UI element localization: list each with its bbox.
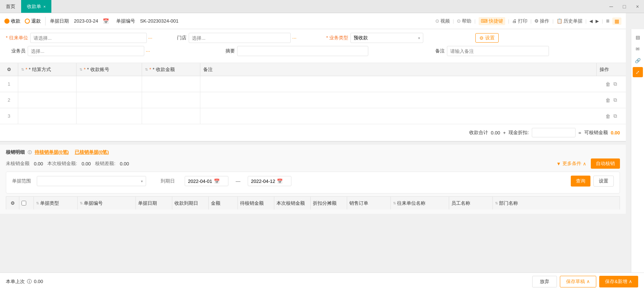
row-3-note[interactable] <box>200 108 597 124</box>
maximize-button[interactable]: □ <box>618 0 631 13</box>
discount-input[interactable] <box>532 128 576 137</box>
shortcut-button[interactable]: ⌨ 快捷键 <box>479 17 505 25</box>
close-button[interactable]: × <box>631 0 644 13</box>
radio-shoukuan-label: 收款 <box>11 18 20 24</box>
available-label: 可核销金额 <box>584 129 608 136</box>
store-input[interactable] <box>189 33 291 43</box>
right-sidebar: ▤ ✉ 🔗 ⤢ <box>631 29 644 273</box>
more-conditions-button[interactable]: ▼ 更多条件 ∧ <box>556 160 586 167</box>
row-1-delete-icon[interactable]: 🗑 <box>605 81 610 87</box>
detail-col-due-date-label: 收款到期日 <box>174 200 198 207</box>
settings-button[interactable]: ⚙ 设置 <box>475 33 499 43</box>
row-3-settlement[interactable] <box>18 108 76 124</box>
auto-verify-button[interactable]: 自动核销 <box>591 158 620 169</box>
date-to-input[interactable]: 2022-04-12 📅 <box>248 176 291 186</box>
video-button[interactable]: ⊙ 视频 <box>435 18 450 24</box>
prev-button[interactable]: ◀ <box>589 19 593 24</box>
row-2-delete-icon[interactable]: 🗑 <box>605 97 610 103</box>
row-3-account[interactable] <box>76 108 142 124</box>
tab-close-icon[interactable]: × <box>43 4 46 9</box>
query-button[interactable]: 查询 <box>571 176 590 187</box>
row-2-account[interactable] <box>76 92 142 108</box>
detail-col-staff: 员工名称 <box>449 197 493 209</box>
note-input[interactable] <box>447 46 549 56</box>
col-header-amount: ⇅ * * 收款金额 <box>142 63 200 76</box>
business-type-label: * 业务类型 <box>326 35 351 41</box>
row-1-amount[interactable] <box>142 76 200 92</box>
this-order-label: 本单上次 <box>6 278 25 285</box>
row-2-note[interactable] <box>200 92 597 108</box>
required-star-3: * <box>149 67 151 72</box>
business-type-select[interactable]: 预收款 ▾ <box>350 33 423 43</box>
range-label: 单据范围 <box>12 178 31 184</box>
row-1-account[interactable] <box>76 76 142 92</box>
layout-icon[interactable]: ≡ <box>606 18 609 24</box>
table-row: 3 🗑 ⧉ <box>0 108 626 124</box>
radio-shoukuan-dot <box>4 19 9 24</box>
tab-home[interactable]: 首页 <box>0 0 21 13</box>
staff-label: 业务员 <box>6 48 28 54</box>
history-button[interactable]: 📋 历史单据 <box>557 18 582 24</box>
message-icon: ✉ <box>636 46 640 52</box>
table-footer: 收款合计 0.00 + 现金折扣: = 可核销金额 0.00 <box>0 124 626 142</box>
save-draft-button[interactable]: 保存草稿 ∧ <box>560 276 596 287</box>
save-new-button[interactable]: 保存&新增 ∧ <box>599 276 638 287</box>
detail-col-checkbox[interactable] <box>19 197 34 209</box>
print-button[interactable]: 🖨 打印 <box>512 18 527 24</box>
radio-shoukuan[interactable]: 收款 <box>4 18 20 24</box>
sidebar-icon-message[interactable]: ✉ <box>633 44 643 54</box>
abandon-button[interactable]: 放弃 <box>532 276 557 287</box>
row-1-copy-icon[interactable]: ⧉ <box>613 81 617 87</box>
pending-tab[interactable]: 待核销单据(0笔) <box>35 149 69 156</box>
verify-info-icon[interactable]: ⓘ <box>28 150 32 155</box>
tab-receipt[interactable]: 收款单 × <box>21 0 51 13</box>
table-settings-cell[interactable]: ⚙ <box>0 63 18 76</box>
table-icon[interactable]: ▦ <box>612 17 621 25</box>
info-circle-icon[interactable]: ⓘ <box>27 278 32 285</box>
video-icon: ⊙ <box>435 18 439 24</box>
radio-tuikuan-label: 退款 <box>31 18 41 24</box>
radio-tuikuan[interactable]: 退款 <box>25 18 41 24</box>
row-1-note[interactable] <box>200 76 597 92</box>
required-star-2: * <box>84 67 86 72</box>
operations-button[interactable]: ⚙ 操作 <box>534 18 549 24</box>
counterpart-more-icon[interactable]: ··· <box>148 35 153 41</box>
row-2-settlement[interactable] <box>18 92 76 108</box>
verify-settings-label: 设置 <box>599 178 608 184</box>
calendar-icon-to: 📅 <box>277 179 283 184</box>
filter-actions: 查询 设置 <box>571 176 614 187</box>
done-tab[interactable]: 已核销单据(0笔) <box>75 149 109 156</box>
abstract-input[interactable] <box>237 46 368 56</box>
note-label: 备注 <box>425 48 447 54</box>
row-2-amount[interactable] <box>142 92 200 108</box>
row-1-settlement[interactable] <box>18 76 76 92</box>
sidebar-icon-link[interactable]: 🔗 <box>633 55 643 66</box>
store-more-icon[interactable]: ··· <box>292 35 297 41</box>
row-2-copy-icon[interactable]: ⧉ <box>613 97 617 103</box>
col-note-label: 备注 <box>203 66 213 73</box>
date-from-input[interactable]: 2022-04-01 📅 <box>185 176 228 186</box>
row-3-amount[interactable] <box>142 108 200 124</box>
col-header-settlement: ⇅ * * 结算方式 <box>18 63 76 76</box>
calendar-icon[interactable]: 📅 <box>103 18 109 24</box>
staff-more-icon[interactable]: ··· <box>146 48 150 54</box>
tab-receipt-label: 收款单 <box>27 3 41 10</box>
detail-settings-cell[interactable]: ⚙ <box>6 197 19 209</box>
table-row: 1 🗑 ⧉ <box>0 76 626 92</box>
row-3-delete-icon[interactable]: 🗑 <box>605 113 610 119</box>
range-select[interactable]: ▾ <box>37 176 146 186</box>
row-3-copy-icon[interactable]: ⧉ <box>613 113 617 119</box>
select-all-checkbox[interactable] <box>21 201 26 205</box>
verify-settings-button[interactable]: 设置 <box>593 176 614 187</box>
settings-label: 设置 <box>485 35 495 41</box>
diff-label: 核销差额: <box>95 160 115 167</box>
counterpart-input[interactable] <box>30 33 147 43</box>
detail-col-partner: ⇅ 往来单位名称 <box>391 197 449 209</box>
next-button[interactable]: ▶ <box>596 19 599 24</box>
sidebar-icon-table[interactable]: ▤ <box>633 32 643 42</box>
minimize-button[interactable]: ─ <box>605 0 618 13</box>
save-new-label: 保存&新增 <box>605 278 627 285</box>
sidebar-icon-expand[interactable]: ⤢ <box>633 67 643 77</box>
help-button[interactable]: ⊙ 帮助 <box>457 18 471 24</box>
staff-input[interactable] <box>28 46 144 56</box>
